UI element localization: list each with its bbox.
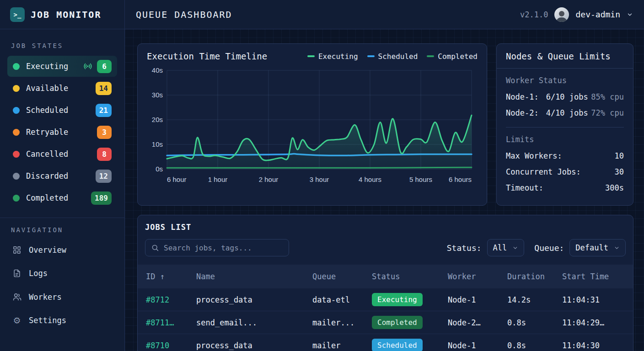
state-label: Executing — [26, 62, 68, 71]
navigation-header: NAVIGATION — [11, 226, 113, 234]
chevron-down-icon — [614, 245, 620, 251]
column-header[interactable]: ID ↑ — [146, 272, 196, 281]
nav-item-logs[interactable]: Logs — [7, 263, 117, 283]
gear-icon: ⚙ — [12, 316, 22, 325]
queue-filter-label: Queue: — [534, 243, 564, 253]
status-filter-select[interactable]: All — [487, 239, 525, 256]
sidebar-state-item[interactable]: Available 14 — [7, 78, 117, 99]
state-label: Retryable — [26, 128, 68, 137]
sidebar-state-item[interactable]: Executing 6 — [7, 56, 117, 77]
nav-item-label: Workers — [29, 292, 62, 302]
chevron-down-icon — [512, 245, 518, 251]
legend-label: Scheduled — [378, 52, 418, 61]
job-states-list: Executing 6 Available 14 Scheduled 21 Re… — [7, 56, 117, 208]
limit-row-max-workers: Max Workers: 10 — [506, 148, 624, 164]
column-header[interactable]: Queue — [312, 272, 372, 281]
username[interactable]: dev-admin — [575, 10, 620, 19]
state-label: Available — [26, 84, 68, 93]
search-icon — [151, 244, 159, 252]
column-header[interactable]: Name — [196, 272, 312, 281]
state-count-badge: 3 — [97, 126, 112, 139]
sidebar-state-item[interactable]: Discarded 12 — [7, 165, 117, 186]
job-states-header: JOB STATES — [11, 42, 113, 49]
nav-item-settings[interactable]: ⚙ Settings — [7, 310, 117, 330]
main-content: Execution Time Timeline Executing Schedu… — [125, 29, 644, 351]
avatar[interactable] — [554, 7, 569, 22]
state-dot-icon — [13, 63, 20, 70]
legend-dash-icon — [367, 55, 375, 57]
legend-dash-icon — [427, 55, 434, 57]
column-header[interactable]: Worker — [448, 272, 507, 281]
column-header[interactable]: Duration — [507, 272, 562, 281]
chart-legend: Executing Scheduled Completed — [307, 52, 478, 61]
state-count-badge: 12 — [96, 170, 112, 183]
worker-cpu: 72% cpu — [591, 108, 624, 117]
legend-item-executing[interactable]: Executing — [307, 52, 358, 61]
legend-item-scheduled[interactable]: Scheduled — [367, 52, 418, 61]
sidebar-state-item[interactable]: Scheduled 21 — [7, 100, 117, 121]
chevron-down-icon[interactable] — [627, 11, 633, 18]
column-header[interactable]: Start Time — [562, 272, 633, 281]
job-duration: 0.8s — [507, 318, 562, 327]
sidebar-state-item[interactable]: Retryable 3 — [7, 122, 117, 143]
state-dot-icon — [13, 151, 20, 158]
limit-label: Max Workers: — [506, 151, 562, 160]
nav-item-label: Overview — [29, 245, 66, 255]
queue-filter-value: Default — [575, 243, 608, 252]
search-input[interactable] — [164, 244, 283, 252]
status-filter-value: All — [493, 243, 507, 252]
limit-label: Concurrent Jobs: — [506, 167, 581, 176]
worker-row-node1: Node-1: 6/10 jobs 85% cpu — [506, 89, 624, 105]
job-name: send_email... — [196, 318, 312, 327]
legend-item-completed[interactable]: Completed — [427, 52, 478, 61]
job-name: process_data — [196, 295, 312, 304]
app-title: JOB MONITOR — [31, 9, 101, 20]
table-header-row: ID ↑ Name Queue Status Worker Duration S… — [138, 265, 633, 288]
svg-text:6 hour: 6 hour — [167, 176, 187, 183]
sidebar-state-item[interactable]: Completed 189 — [7, 187, 117, 208]
job-worker: Node-1 — [448, 341, 507, 350]
job-id-link[interactable]: #8711… — [146, 318, 196, 327]
nodes-card-title: Nodes & Queue Limits — [497, 51, 633, 69]
limit-value: 10 — [615, 151, 624, 160]
svg-text:10s: 10s — [152, 140, 163, 148]
worker-row-node2: Node-2: 4/10 jobs 72% cpu — [506, 105, 624, 121]
svg-text:0s: 0s — [156, 165, 163, 173]
state-count-badge: 21 — [96, 104, 112, 117]
state-dot-icon — [13, 107, 20, 114]
job-id-link[interactable]: #8710 — [146, 341, 196, 350]
status-filter-label: Status: — [447, 243, 482, 253]
table-row[interactable]: #8710 process_data mailer Scheduled Node… — [138, 334, 633, 351]
job-id-link[interactable]: #8712 — [146, 295, 196, 304]
live-broadcast-icon — [83, 61, 93, 71]
job-duration: 0.8s — [507, 341, 562, 350]
sidebar-state-item[interactable]: Cancelled 8 — [7, 144, 117, 165]
limits-header: Limits — [506, 135, 624, 144]
execution-timeline-card: Execution Time Timeline Executing Schedu… — [137, 43, 487, 206]
job-duration: 14.2s — [507, 295, 562, 304]
job-worker: Node-1 — [448, 295, 507, 304]
grid-icon — [12, 245, 22, 255]
terminal-icon: >_ — [10, 7, 25, 22]
app-header: >_ JOB MONITOR QUEUE DASHBOARD v2.1.0 de… — [0, 0, 644, 29]
queue-filter-select[interactable]: Default — [569, 239, 626, 256]
nav-item-overview[interactable]: Overview — [7, 240, 117, 260]
nav-item-label: Logs — [29, 269, 48, 278]
nodes-limits-card: Nodes & Queue Limits Worker Status Node-… — [496, 43, 633, 206]
job-start-time: 11:04:31 — [562, 295, 633, 304]
job-start-time: 11:04:29… — [562, 318, 633, 327]
job-name: process_data — [196, 341, 312, 350]
table-row[interactable]: #8711… send_email... mailer... Completed… — [138, 311, 633, 334]
table-row[interactable]: #8712 process_data data-etl Executing No… — [138, 288, 633, 311]
limits-divider — [506, 127, 624, 128]
state-dot-icon — [13, 129, 20, 136]
column-header[interactable]: Status — [372, 272, 448, 281]
state-dot-icon — [13, 85, 20, 92]
state-label: Completed — [26, 193, 68, 202]
state-label: Scheduled — [26, 106, 68, 115]
nav-item-workers[interactable]: Workers — [7, 287, 117, 307]
search-box[interactable] — [145, 239, 289, 256]
people-icon — [12, 292, 22, 302]
state-label: Cancelled — [26, 149, 68, 159]
chart-title: Execution Time Timeline — [147, 51, 267, 61]
